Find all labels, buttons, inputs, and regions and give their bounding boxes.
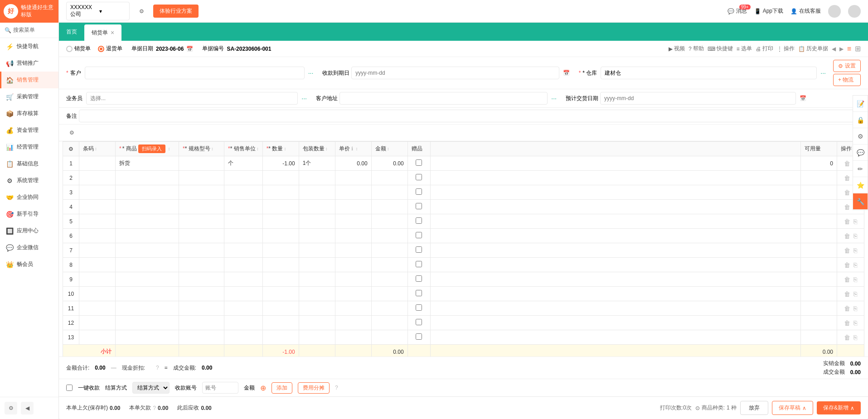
sidebar-item-销售管理[interactable]: 🏠销售管理 <box>0 72 58 88</box>
row-gift-10[interactable] <box>407 301 430 316</box>
save-new-btn[interactable]: 保存&新增 ∧ <box>817 401 861 414</box>
print-link[interactable]: 🖨 打印 <box>756 45 773 53</box>
user-avatar[interactable] <box>828 5 841 18</box>
th-avail[interactable]: 可用量 <box>801 142 837 156</box>
row-gift-12[interactable] <box>407 330 430 345</box>
trial-button[interactable]: 体验行业方案 <box>153 5 199 18</box>
th-spec[interactable]: ** 规格型号↕ <box>179 142 224 156</box>
method-select[interactable]: 结算方式 <box>132 382 170 394</box>
select-link[interactable]: ≡ 选单 <box>737 45 752 53</box>
sidebar-item-经营管理[interactable]: 📊经营管理 <box>0 139 58 155</box>
nav-prev-icon[interactable]: ◀ <box>832 46 836 52</box>
add-payment-btn[interactable]: 添加 <box>272 382 292 394</box>
abandon-btn[interactable]: 放弃 <box>740 401 768 415</box>
th-qty[interactable]: ** 数量↕ <box>262 142 299 156</box>
one-click-checkbox[interactable] <box>66 385 73 391</box>
sidebar-item-营销推广[interactable]: 📢营销推广 <box>0 55 58 72</box>
sidebar-item-畅会员[interactable]: 👑畅会员 <box>0 256 58 273</box>
sidebar-item-系统管理[interactable]: ⚙系统管理 <box>0 172 58 189</box>
table-settings-icon[interactable]: ⚙ <box>66 127 77 138</box>
company-selector[interactable]: XXXXXX公司 ▾ <box>66 2 130 20</box>
account-input[interactable] <box>202 382 238 394</box>
row-delete-4[interactable]: 🗑 <box>843 218 851 225</box>
expected-date-input[interactable] <box>600 92 796 105</box>
float-notes-icon[interactable]: 📝 <box>853 96 868 112</box>
price-info-icon[interactable]: ℹ <box>351 146 353 151</box>
row-delete-10[interactable]: 🗑 <box>843 305 851 312</box>
row-delete-0[interactable]: 🗑 <box>843 160 851 167</box>
save-draft-btn[interactable]: 保存草稿 ∧ <box>772 401 813 415</box>
row-gift-5[interactable] <box>407 229 430 243</box>
row-copy-7[interactable]: ⎘ <box>853 261 858 269</box>
receipt-calendar-icon[interactable]: 📅 <box>563 70 570 76</box>
single-debt-help[interactable]: ? <box>153 405 156 411</box>
row-copy-4[interactable]: ⎘ <box>853 218 858 225</box>
row-gift-6[interactable] <box>407 243 430 258</box>
video-link[interactable]: ▶ 视频 <box>669 45 685 53</box>
row-delete-12[interactable]: 🗑 <box>843 334 851 341</box>
row-delete-7[interactable]: 🗑 <box>843 261 851 269</box>
expense-help-icon[interactable]: ? <box>335 385 338 391</box>
sidebar-item-采购管理[interactable]: 🛒采购管理 <box>0 88 58 105</box>
header-gear-btn[interactable]: ⚙ <box>135 5 148 18</box>
customer-dots[interactable]: ··· <box>308 69 314 77</box>
message-btn[interactable]: 💬 消息 99+ <box>727 7 747 15</box>
row-copy-6[interactable]: ⎘ <box>853 247 858 254</box>
logistics-btn[interactable]: + 物流 <box>833 74 861 86</box>
app-download-btn[interactable]: 📱 App下载 <box>754 7 783 15</box>
row-gift-7[interactable] <box>407 258 430 272</box>
row-gift-9[interactable] <box>407 287 430 301</box>
tab-close-btn[interactable]: × <box>111 29 114 36</box>
user-avatar-2[interactable] <box>848 5 861 18</box>
sidebar-search[interactable]: 🔍 搜索菜单 <box>0 23 58 38</box>
th-price[interactable]: 单价 ℹ ↕ <box>335 142 371 156</box>
online-service-btn[interactable]: 👤 在线客服 <box>790 7 821 15</box>
th-amount[interactable]: 金额↕ <box>371 142 407 156</box>
sidebar-item-企业协同[interactable]: 🤝企业协同 <box>0 189 58 206</box>
sidebar-item-资金管理[interactable]: 💰资金管理 <box>0 122 58 139</box>
float-chat-icon[interactable]: 💬 <box>853 144 868 161</box>
row-delete-2[interactable]: 🗑 <box>843 189 851 196</box>
row-copy-5[interactable]: ⎘ <box>853 232 858 240</box>
row-copy-8[interactable]: ⎘ <box>853 276 858 283</box>
row-delete-1[interactable]: 🗑 <box>843 174 851 182</box>
sidebar-settings-btn[interactable]: ⚙ <box>5 402 17 414</box>
row-delete-3[interactable]: 🗑 <box>843 203 851 211</box>
tab-home[interactable]: 首页 <box>59 23 84 41</box>
salesperson-input[interactable] <box>86 92 298 105</box>
th-pkg[interactable]: 包装数量↕ <box>299 142 335 156</box>
sidebar-item-企业微信[interactable]: 💬企业微信 <box>0 239 58 256</box>
row-copy-12[interactable]: ⎘ <box>853 334 858 341</box>
ops-link[interactable]: ⋮ 操作 <box>777 45 795 53</box>
addr-dots[interactable]: ··· <box>551 95 557 102</box>
float-edit-icon[interactable]: ✏ <box>853 161 868 177</box>
add-circle-icon[interactable]: ⊕ <box>260 384 266 392</box>
expected-calendar-icon[interactable]: 📅 <box>800 95 806 101</box>
view-icon-1[interactable]: ≡ <box>847 45 851 53</box>
row-copy-10[interactable]: ⎘ <box>853 305 858 312</box>
scan-btn[interactable]: 扫码录入 <box>138 144 165 153</box>
customer-addr-input[interactable] <box>339 92 548 105</box>
float-settings-icon[interactable]: ⚙ <box>853 128 868 144</box>
customer-input[interactable] <box>85 67 305 79</box>
row-gift-11[interactable] <box>407 316 430 330</box>
expense-btn[interactable]: 费用分摊 <box>298 382 330 394</box>
row-delete-9[interactable]: 🗑 <box>843 290 851 298</box>
row-gift-0[interactable] <box>407 156 430 171</box>
row-copy-11[interactable]: ⎘ <box>853 319 858 327</box>
sidebar-item-新手引导[interactable]: 🎯新手引导 <box>0 206 58 222</box>
row-gift-3[interactable] <box>407 200 430 214</box>
float-orange-icon[interactable]: 🔧 <box>853 193 868 210</box>
th-barcode[interactable]: 条码↕ <box>79 142 116 156</box>
row-gift-1[interactable] <box>407 171 430 185</box>
float-lock-icon[interactable]: 🔒 <box>853 112 868 128</box>
salesperson-dots[interactable]: ··· <box>301 95 307 102</box>
th-settings[interactable]: ⚙ <box>63 142 79 156</box>
radio-sale[interactable]: 销货单 <box>66 45 91 53</box>
th-gift[interactable]: 赠品 <box>407 142 430 156</box>
row-delete-8[interactable]: 🗑 <box>843 276 851 283</box>
calendar-icon[interactable]: 📅 <box>186 46 193 52</box>
view-icon-2[interactable]: ⊞ <box>855 44 861 53</box>
sidebar-item-基础信息[interactable]: 📋基础信息 <box>0 155 58 172</box>
help-link[interactable]: ? 帮助 <box>689 45 704 53</box>
